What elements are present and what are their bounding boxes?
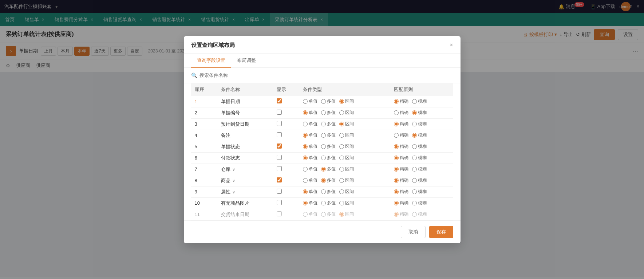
principle-radio-0[interactable] [394, 156, 399, 160]
type-radio-1[interactable] [321, 99, 326, 104]
principle-radio-item[interactable]: 精确 [394, 132, 408, 138]
type-radio-item[interactable]: 区间 [339, 189, 354, 195]
principle-radio-item[interactable]: 精确 [394, 177, 408, 184]
principle-radio-1[interactable] [412, 122, 417, 126]
type-radio-2[interactable] [339, 178, 344, 183]
display-checkbox[interactable] [277, 200, 282, 205]
display-checkbox[interactable] [277, 121, 282, 126]
display-checkbox[interactable] [277, 132, 282, 137]
type-radio-item[interactable]: 单值 [303, 144, 317, 150]
type-radio-1[interactable] [321, 178, 326, 183]
type-radio-2[interactable] [339, 133, 344, 138]
type-radio-item[interactable]: 区间 [339, 211, 354, 217]
principle-radio-item[interactable]: 模糊 [412, 98, 427, 105]
principle-radio-item[interactable]: 精确 [394, 166, 408, 172]
type-radio-item[interactable]: 区间 [339, 200, 354, 206]
type-radio-item[interactable]: 区间 [339, 155, 354, 161]
type-radio-1[interactable] [321, 201, 326, 205]
principle-radio-1[interactable] [412, 110, 417, 115]
type-radio-item[interactable]: 单值 [303, 200, 317, 206]
principle-radio-0[interactable] [394, 110, 399, 115]
principle-radio-1[interactable] [412, 178, 417, 183]
display-checkbox[interactable] [277, 211, 282, 216]
principle-radio-item[interactable]: 模糊 [412, 132, 427, 138]
type-radio-item[interactable]: 单值 [303, 155, 317, 161]
type-radio-1[interactable] [321, 144, 326, 149]
type-radio-item[interactable]: 单值 [303, 132, 317, 138]
principle-radio-item[interactable]: 模糊 [412, 166, 427, 172]
type-radio-item[interactable]: 多值 [321, 98, 336, 105]
type-radio-item[interactable]: 多值 [321, 121, 336, 127]
type-radio-2[interactable] [339, 156, 344, 160]
principle-radio-item[interactable]: 精确 [394, 98, 408, 105]
type-radio-2[interactable] [339, 212, 344, 217]
type-radio-0[interactable] [303, 144, 308, 149]
type-radio-2[interactable] [339, 122, 344, 126]
principle-radio-0[interactable] [394, 99, 399, 104]
type-radio-item[interactable]: 单值 [303, 98, 317, 105]
type-radio-0[interactable] [303, 212, 308, 217]
principle-radio-0[interactable] [394, 201, 399, 205]
principle-radio-item[interactable]: 精确 [394, 189, 408, 195]
principle-radio-item[interactable]: 模糊 [412, 189, 427, 195]
type-radio-item[interactable]: 单值 [303, 189, 317, 195]
principle-radio-0[interactable] [394, 189, 399, 194]
principle-radio-item[interactable]: 精确 [394, 144, 408, 150]
type-radio-item[interactable]: 单值 [303, 110, 317, 116]
type-radio-item[interactable]: 区间 [339, 144, 354, 150]
principle-radio-1[interactable] [412, 189, 417, 194]
principle-radio-0[interactable] [394, 167, 399, 172]
type-radio-item[interactable]: 单值 [303, 211, 317, 217]
display-checkbox[interactable] [277, 144, 282, 149]
principle-radio-1[interactable] [412, 167, 417, 172]
display-checkbox[interactable] [277, 166, 282, 171]
principle-radio-0[interactable] [394, 212, 399, 217]
type-radio-1[interactable] [321, 167, 326, 172]
principle-radio-0[interactable] [394, 122, 399, 126]
type-radio-item[interactable]: 多值 [321, 211, 336, 217]
type-radio-item[interactable]: 多值 [321, 189, 336, 195]
type-radio-0[interactable] [303, 99, 308, 104]
principle-radio-item[interactable]: 模糊 [412, 211, 427, 217]
dialog-tab-fields[interactable]: 查询字段设置 [191, 54, 231, 68]
principle-radio-item[interactable]: 模糊 [412, 110, 427, 116]
type-radio-item[interactable]: 多值 [321, 132, 336, 138]
principle-radio-item[interactable]: 模糊 [412, 144, 427, 150]
principle-radio-1[interactable] [412, 156, 417, 160]
principle-radio-item[interactable]: 精确 [394, 211, 408, 217]
principle-radio-1[interactable] [412, 212, 417, 217]
type-radio-item[interactable]: 单值 [303, 177, 317, 184]
principle-radio-1[interactable] [412, 99, 417, 104]
type-radio-1[interactable] [321, 156, 326, 160]
type-radio-item[interactable]: 多值 [321, 144, 336, 150]
type-radio-0[interactable] [303, 167, 308, 172]
display-checkbox[interactable] [277, 189, 282, 194]
type-radio-0[interactable] [303, 178, 308, 183]
type-radio-1[interactable] [321, 122, 326, 126]
principle-radio-item[interactable]: 精确 [394, 121, 408, 127]
search-input[interactable] [199, 72, 258, 78]
principle-radio-0[interactable] [394, 144, 399, 149]
type-radio-2[interactable] [339, 201, 344, 205]
type-radio-2[interactable] [339, 189, 344, 194]
type-radio-item[interactable]: 单值 [303, 166, 317, 172]
principle-radio-item[interactable]: 模糊 [412, 155, 427, 161]
type-radio-2[interactable] [339, 167, 344, 172]
principle-radio-1[interactable] [412, 144, 417, 149]
save-button[interactable]: 保存 [429, 226, 453, 238]
principle-radio-0[interactable] [394, 178, 399, 183]
type-radio-item[interactable]: 区间 [339, 132, 354, 138]
principle-radio-item[interactable]: 模糊 [412, 177, 427, 184]
principle-radio-item[interactable]: 精确 [394, 155, 408, 161]
type-radio-2[interactable] [339, 144, 344, 149]
type-radio-item[interactable]: 区间 [339, 177, 354, 184]
type-radio-item[interactable]: 区间 [339, 121, 354, 127]
type-radio-item[interactable]: 区间 [339, 98, 354, 105]
type-radio-0[interactable] [303, 189, 308, 194]
type-radio-2[interactable] [339, 99, 344, 104]
principle-radio-1[interactable] [412, 133, 417, 138]
type-radio-item[interactable]: 多值 [321, 110, 336, 116]
display-checkbox[interactable] [277, 98, 282, 103]
dialog-tab-layout[interactable]: 布局调整 [231, 54, 262, 68]
type-radio-1[interactable] [321, 110, 326, 115]
